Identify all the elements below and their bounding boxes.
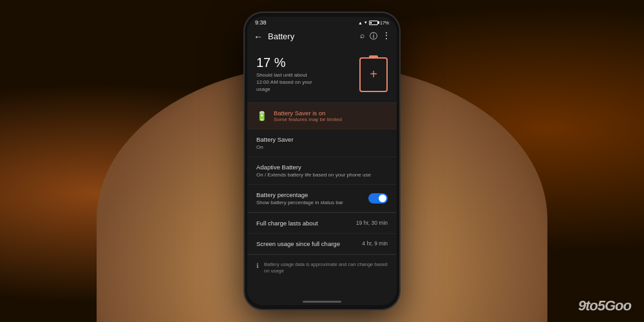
battery-saver-icon: 🔋 [256, 111, 267, 121]
setting-text: Battery percentage Show battery percenta… [256, 191, 343, 205]
battery-plus-icon: + [370, 67, 377, 82]
page-title: Battery [268, 32, 360, 41]
setting-label: Battery percentage [256, 191, 343, 198]
search-icon[interactable]: ⌕ [360, 31, 365, 42]
phone-screen: 9:38 ▲ ▾ 17% ← Battery ⌕ ⓘ ⋮ [247, 17, 397, 305]
setting-label: Full charge lasts about [256, 220, 318, 227]
setting-row: Screen usage since full charge 4 hr, 9 m… [256, 240, 388, 247]
info-circle-icon: ℹ [256, 262, 259, 269]
setting-value: On [256, 144, 388, 150]
home-indicator[interactable] [303, 301, 341, 303]
battery-summary: 17 % Should last until about12:00 AM bas… [247, 46, 397, 102]
setting-adaptive-battery[interactable]: Adaptive Battery On / Extends battery li… [247, 157, 397, 185]
info-footer: ℹ Battery usage data is approximate and … [247, 255, 397, 281]
setting-value: Show battery percentage in status bar [256, 200, 343, 205]
wifi-icon: ▾ [365, 20, 367, 25]
setting-row: Full charge lasts about 19 hr, 30 min [256, 220, 388, 227]
toggle-thumb [379, 194, 386, 202]
battery-large-icon: + [359, 57, 388, 92]
setting-battery-percentage[interactable]: Battery percentage Show battery percenta… [247, 185, 397, 213]
info-text: Battery usage data is approximate and ca… [264, 261, 388, 275]
setting-battery-saver[interactable]: Battery Saver On [247, 129, 397, 157]
battery-estimate: Should last until about12:00 AM based on… [256, 71, 359, 93]
setting-label: Battery Saver [256, 136, 388, 143]
battery-percentage-toggle[interactable] [368, 193, 388, 204]
signal-icon: ▲ [358, 21, 363, 25]
banner-text: Battery Saver is on Some features may be… [274, 109, 388, 122]
status-icons: ▲ ▾ 17% [358, 20, 389, 25]
setting-row: Battery percentage Show battery percenta… [256, 191, 388, 205]
setting-value: On / Extends battery life based on your … [256, 172, 388, 178]
app-bar: ← Battery ⌕ ⓘ ⋮ [247, 27, 397, 46]
status-bar: 9:38 ▲ ▾ 17% [247, 17, 397, 27]
status-time: 9:38 [255, 19, 267, 26]
banner-title: Battery Saver is on [274, 109, 388, 117]
setting-value-right: 4 hr, 9 min [362, 240, 388, 247]
setting-label: Adaptive Battery [256, 164, 388, 171]
setting-screen-usage: Screen usage since full charge 4 hr, 9 m… [247, 234, 397, 254]
battery-saver-banner[interactable]: 🔋 Battery Saver is on Some features may … [247, 103, 397, 129]
banner-subtitle: Some features may be limited [274, 117, 388, 122]
more-options-icon[interactable]: ⋮ [383, 31, 390, 42]
content-area: 17 % Should last until about12:00 AM bas… [247, 46, 397, 297]
back-button[interactable]: ← [254, 32, 263, 42]
battery-status-icon [369, 21, 378, 25]
battery-percent-status: 17% [380, 21, 389, 25]
setting-full-charge: Full charge lasts about 19 hr, 30 min [247, 213, 397, 234]
app-bar-actions: ⌕ ⓘ ⋮ [360, 31, 390, 42]
setting-value-right: 19 hr, 30 min [356, 220, 388, 226]
info-icon[interactable]: ⓘ [370, 31, 377, 42]
watermark: 9to5Goo [578, 298, 631, 314]
battery-info: 17 % Should last until about12:00 AM bas… [256, 56, 359, 93]
setting-label: Screen usage since full charge [256, 240, 340, 247]
phone-frame: 9:38 ▲ ▾ 17% ← Battery ⌕ ⓘ ⋮ [245, 13, 399, 309]
battery-percentage: 17 % [256, 56, 359, 69]
